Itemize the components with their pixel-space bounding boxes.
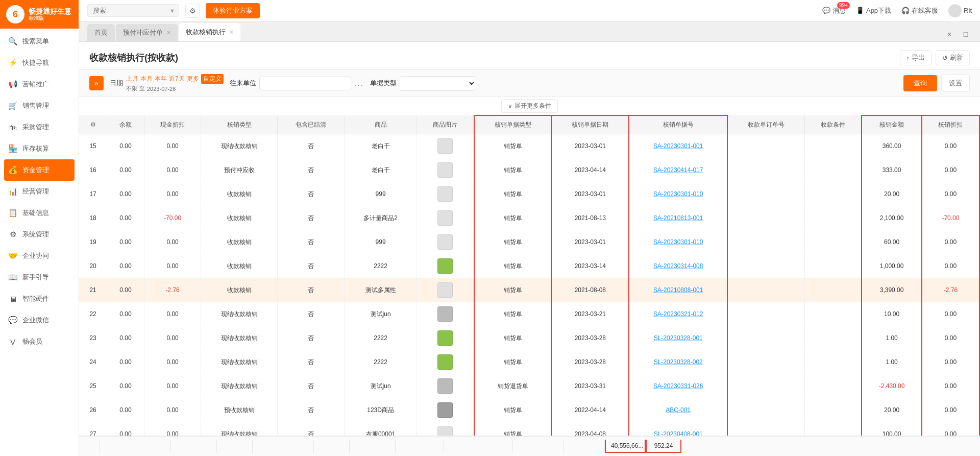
tab-2[interactable]: 收款核销执行×: [179, 23, 240, 41]
sidebar-menu: 🔍搜索菜单⚡快捷导航📢营销推广🛒销售管理🛍采购管理🏪库存核算💰资金管理📊经营管理…: [0, 29, 79, 456]
partner-input[interactable]: [259, 77, 351, 90]
cell-r5-c10: [727, 254, 804, 278]
doc-link-3[interactable]: SA-20210813-001: [653, 214, 703, 222]
sidebar-item-5[interactable]: 🏪库存核算: [0, 138, 79, 159]
expand-label: 展开更多条件: [514, 102, 551, 110]
cell-r9-c3: 现结收款核销: [201, 350, 278, 374]
date-link-this-year[interactable]: 本年: [155, 75, 167, 83]
sidebar-item-10[interactable]: 🤝企业协同: [0, 245, 79, 267]
menu-label-13: 企业微信: [22, 316, 49, 325]
date-link-more[interactable]: 更多: [187, 75, 199, 83]
date-link-7days[interactable]: 近7天: [169, 75, 185, 83]
user-profile[interactable]: Rit: [948, 4, 972, 17]
sidebar-item-8[interactable]: 📋基础信息: [0, 202, 79, 224]
date-link-last-month[interactable]: 上月: [126, 75, 138, 83]
doc-link-1[interactable]: SA-20230414-017: [653, 166, 703, 174]
date-range: 上月 本月 本年 近7天 更多 自定义 不限 至 2023-07-26: [126, 74, 224, 92]
message-button[interactable]: 💬 消息 99+: [822, 6, 846, 15]
service-button[interactable]: 🎧 在线客服: [901, 6, 938, 15]
doc-link-7[interactable]: SA-20230321-012: [653, 310, 703, 318]
gear-button[interactable]: ⚙: [185, 4, 200, 18]
doc-link-5[interactable]: SA-20230314-008: [653, 262, 703, 270]
cell-r5-c0: 20: [79, 254, 107, 278]
cell-r11-c3: 预收款核销: [201, 398, 278, 422]
cell-r11-c8: 2022-04-14: [551, 398, 629, 422]
table-row: 250.000.00现结收款核销否测试jun销货退货单2023-03-31SA-…: [79, 374, 979, 398]
cell-r4-c5: 999: [345, 230, 417, 254]
sidebar-item-11[interactable]: 📖新手引导: [0, 267, 79, 288]
col-header-0[interactable]: ⚙: [79, 115, 107, 134]
expand-conditions-button[interactable]: ∨ 展开更多条件: [501, 99, 558, 113]
sidebar-item-13[interactable]: 💬企业微信: [0, 309, 79, 331]
menu-icon-5: 🏪: [8, 144, 17, 153]
cell-r7-c2: 0.00: [144, 302, 201, 326]
query-button[interactable]: 查询: [903, 75, 937, 91]
cell-r0-c5: 老白干: [345, 134, 417, 158]
cell-r7-c10: [727, 302, 804, 326]
doc-link-8[interactable]: SL-20230328-001: [654, 334, 703, 342]
trial-button[interactable]: 体验行业方案: [206, 3, 260, 18]
cell-r6-c1: 0.00: [107, 278, 144, 302]
cell-r11-c5: 123D商品: [345, 398, 417, 422]
menu-icon-12: 🖥: [8, 294, 17, 303]
cell-r7-c8: 2023-03-21: [551, 302, 629, 326]
doctype-select[interactable]: [400, 76, 476, 91]
sidebar-item-14[interactable]: V畅会员: [0, 331, 79, 352]
sidebar-item-12[interactable]: 🖥智能硬件: [0, 288, 79, 309]
close-window-icon[interactable]: ×: [943, 28, 955, 40]
cell-r3-c3: 收款核销: [201, 206, 278, 230]
cell-r2-c10: [727, 182, 804, 206]
search-input[interactable]: [87, 4, 179, 17]
date-custom-btn[interactable]: 自定义: [201, 74, 224, 84]
search-input-wrap: ▼: [87, 4, 179, 17]
cell-r0-c1: 0.00: [107, 134, 144, 158]
search-dropdown-icon: ▼: [169, 8, 175, 14]
date-to: 至: [139, 85, 145, 92]
sidebar-item-3[interactable]: 🛒销售管理: [0, 95, 79, 116]
menu-icon-6: 💰: [8, 165, 17, 175]
sidebar-item-2[interactable]: 📢营销推广: [0, 74, 79, 95]
table-row: 230.000.00现结收款核销否2222销货单2023-03-28SL-202…: [79, 326, 979, 350]
tab-1[interactable]: 预付冲应付单×: [116, 24, 178, 41]
edition-label: 标准版: [29, 15, 71, 21]
doc-link-4[interactable]: SA-20230301-010: [653, 238, 703, 246]
cell-r2-c7: 销货单: [474, 182, 552, 206]
doc-link-12[interactable]: SL-20230408-001: [654, 430, 703, 436]
sidebar-item-4[interactable]: 🛍采购管理: [0, 116, 79, 138]
col-header-2: 现金折扣: [144, 115, 201, 134]
export-button[interactable]: ↑ 导出: [900, 50, 932, 65]
doc-link-9[interactable]: SL-20230328-002: [654, 358, 703, 366]
sidebar-item-6[interactable]: 💰资金管理: [4, 159, 75, 181]
cell-r2-c2: 0.00: [144, 182, 201, 206]
sidebar-item-1[interactable]: ⚡快捷导航: [0, 52, 79, 74]
doc-link-11[interactable]: ABC-001: [666, 406, 691, 414]
cell-r5-c6: [416, 254, 474, 278]
date-link-this-month[interactable]: 本月: [140, 75, 153, 83]
tab-close-1[interactable]: ×: [167, 30, 170, 36]
cell-r8-c3: 现结收款核销: [201, 326, 278, 350]
doc-link-2[interactable]: SA-20230301-010: [653, 190, 703, 198]
cell-r10-c11: [804, 374, 862, 398]
doc-link-6[interactable]: SA-20210808-001: [653, 286, 703, 294]
sidebar-item-7[interactable]: 📊经营管理: [0, 181, 79, 202]
table-header: ⚙余额现金折扣核销类型包含已结清商品商品图片核销单据类型核销单据日期核销单据号收…: [79, 115, 979, 134]
maximize-icon[interactable]: □: [960, 28, 972, 40]
doc-link-0[interactable]: SA-20230301-001: [653, 142, 703, 150]
sidebar-item-9[interactable]: ⚙系统管理: [0, 224, 79, 245]
filter-expand-arrow[interactable]: »: [89, 76, 104, 90]
sidebar-item-0[interactable]: 🔍搜索菜单: [0, 31, 79, 52]
doc-link-10[interactable]: SA-20230331-026: [653, 382, 703, 390]
app-download-button[interactable]: 📱 App下载: [856, 6, 891, 15]
partner-dots[interactable]: ...: [354, 79, 364, 88]
filter-settings-button[interactable]: 设置: [941, 75, 970, 92]
tab-0[interactable]: 首页: [87, 24, 115, 41]
cell-r1-c3: 预付冲应收: [201, 158, 278, 182]
cell-r1-c11: [804, 158, 862, 182]
cell-r8-c2: 0.00: [144, 326, 201, 350]
refresh-button[interactable]: ↺ 刷新: [936, 50, 970, 65]
main-area: ▼ ⚙ 体验行业方案 💬 消息 99+ 📱 App下载 🎧 在线客服 Rit: [79, 0, 980, 456]
brand-name: 畅捷通好生意: [29, 7, 71, 16]
tab-close-2[interactable]: ×: [230, 29, 233, 35]
cell-r11-c0: 26: [79, 398, 107, 422]
cell-r9-c11: [804, 350, 862, 374]
